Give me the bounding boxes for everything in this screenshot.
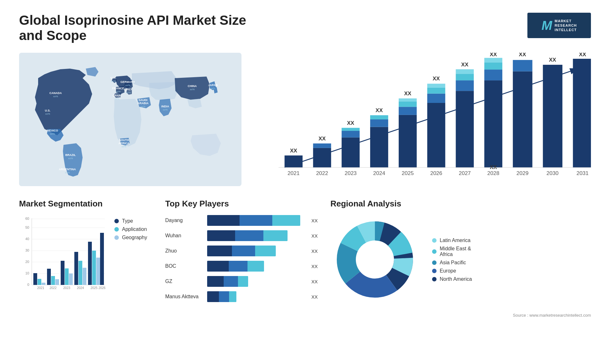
- svg-text:XX: XX: [579, 53, 586, 57]
- svg-text:XX: XX: [404, 91, 411, 97]
- svg-text:10: 10: [25, 271, 29, 275]
- regional-legend: Latin America Middle East &Africa Asia P…: [432, 238, 472, 285]
- svg-text:2028: 2028: [487, 170, 499, 176]
- svg-text:2025: 2025: [91, 286, 98, 290]
- svg-rect-106: [42, 283, 45, 285]
- player-bar-gz: [207, 276, 305, 287]
- svg-text:XX: XX: [549, 57, 556, 63]
- svg-text:2021: 2021: [288, 170, 300, 176]
- player-name-dayang: Dayang: [165, 218, 203, 223]
- svg-text:ARABIA: ARABIA: [138, 102, 149, 105]
- regional-section: Regional Analysis: [330, 199, 591, 307]
- svg-text:JAPAN: JAPAN: [208, 84, 218, 87]
- svg-text:2030: 2030: [546, 170, 559, 176]
- svg-text:20: 20: [25, 260, 29, 264]
- player-row-manus: Manus Aktteva XX: [165, 291, 318, 302]
- legend-mea: Middle East &Africa: [432, 246, 472, 257]
- player-row-boc: BOC XX: [165, 261, 318, 272]
- svg-text:xx%: xx%: [121, 145, 126, 148]
- page-title: Global Isoprinosine API Market Size and …: [19, 13, 273, 43]
- bar-chart-section: XX XX XX XX: [261, 53, 591, 186]
- svg-rect-41: [342, 131, 360, 138]
- svg-text:GERMANY: GERMANY: [120, 80, 135, 84]
- svg-rect-65: [484, 62, 502, 70]
- svg-rect-51: [399, 98, 417, 101]
- legend-label-mea: Middle East &Africa: [440, 246, 471, 257]
- players-title: Top Key Players: [165, 199, 318, 209]
- legend-label-europe: Europe: [440, 268, 456, 274]
- svg-rect-59: [456, 80, 474, 91]
- svg-text:XX: XX: [490, 164, 497, 170]
- svg-rect-37: [313, 148, 331, 167]
- player-value-zhuo: XX: [311, 248, 318, 254]
- svg-text:2026: 2026: [430, 170, 442, 176]
- svg-text:U.S.: U.S.: [45, 109, 51, 112]
- svg-rect-124: [100, 233, 104, 285]
- legend-geography: Geography: [114, 235, 147, 240]
- svg-text:SOUTH: SOUTH: [119, 138, 129, 142]
- svg-text:xx%: xx%: [111, 80, 116, 83]
- segmentation-legend: Type Application Geography: [114, 218, 147, 243]
- legend-label-north-america: North America: [440, 276, 472, 282]
- svg-rect-109: [51, 276, 55, 285]
- legend-label-type: Type: [122, 218, 133, 224]
- svg-rect-45: [370, 119, 388, 127]
- svg-rect-71: [573, 59, 591, 167]
- players-section: Top Key Players Dayang XX Wuhan: [165, 199, 318, 307]
- svg-text:xx%: xx%: [68, 157, 73, 160]
- map-section: CANADA xx% U.S. xx% MEXICO xx% BRAZIL xx…: [19, 53, 241, 186]
- svg-rect-58: [456, 91, 474, 167]
- bar-chart-svg: XX XX XX XX: [261, 53, 591, 186]
- svg-rect-42: [342, 128, 360, 131]
- page-container: Global Isoprinosine API Market Size and …: [0, 0, 610, 364]
- legend-dot-north-america: [432, 277, 437, 281]
- svg-text:CANADA: CANADA: [50, 91, 62, 95]
- player-bar-wuhan: [207, 230, 305, 241]
- svg-rect-104: [33, 273, 37, 285]
- svg-text:60: 60: [25, 217, 29, 220]
- svg-text:xx%: xx%: [163, 108, 167, 111]
- svg-text:2022: 2022: [50, 286, 57, 290]
- svg-rect-56: [427, 84, 445, 87]
- legend-label-latin-america: Latin America: [440, 238, 471, 243]
- svg-text:50: 50: [25, 226, 29, 229]
- bottom-content: Market Segmentation 0 10 20 30 40: [19, 199, 591, 307]
- svg-rect-46: [370, 115, 388, 119]
- svg-text:AFRICA: AFRICA: [119, 142, 129, 145]
- svg-rect-49: [399, 107, 417, 115]
- logo-m-letter: M: [541, 18, 552, 33]
- legend-dot-geography: [114, 235, 119, 240]
- player-bar-manus: [207, 291, 305, 302]
- svg-rect-122: [96, 258, 100, 285]
- player-row-dayang: Dayang XX: [165, 215, 318, 226]
- svg-text:2021: 2021: [37, 286, 44, 290]
- player-bar-boc: [207, 261, 305, 272]
- player-name-zhuo: Zhuo: [165, 248, 203, 254]
- logo-box: M MARKET RESEARCH INTELLECT: [527, 13, 591, 38]
- player-name-wuhan: Wuhan: [165, 233, 203, 239]
- svg-text:xx%: xx%: [116, 90, 120, 93]
- svg-text:xx%: xx%: [210, 87, 215, 90]
- svg-text:xx%: xx%: [125, 84, 130, 87]
- player-bar-zhuo: [207, 246, 305, 256]
- player-name-gz: GZ: [165, 279, 203, 284]
- svg-text:xx%: xx%: [140, 105, 145, 108]
- svg-text:2025: 2025: [402, 170, 414, 176]
- svg-text:2024: 2024: [77, 286, 84, 290]
- segmentation-chart: 0 10 20 30 40 50 60: [19, 215, 108, 298]
- world-map-svg: CANADA xx% U.S. xx% MEXICO xx% BRAZIL xx…: [19, 53, 241, 186]
- svg-rect-50: [399, 101, 417, 107]
- logo-area: M MARKET RESEARCH INTELLECT: [527, 13, 591, 38]
- svg-text:xx%: xx%: [114, 98, 119, 100]
- svg-rect-113: [65, 268, 69, 285]
- logo-text: MARKET RESEARCH INTELLECT: [555, 19, 577, 32]
- player-value-dayang: XX: [311, 218, 318, 223]
- svg-text:SAUDI: SAUDI: [139, 98, 147, 102]
- svg-text:xx%: xx%: [126, 91, 131, 94]
- legend-dot-mea: [432, 249, 437, 254]
- legend-label-asia-pacific: Asia Pacific: [440, 260, 466, 266]
- svg-text:40: 40: [25, 237, 29, 241]
- svg-rect-44: [370, 127, 388, 168]
- player-row-zhuo: Zhuo XX: [165, 246, 318, 256]
- svg-text:BRAZIL: BRAZIL: [65, 153, 76, 157]
